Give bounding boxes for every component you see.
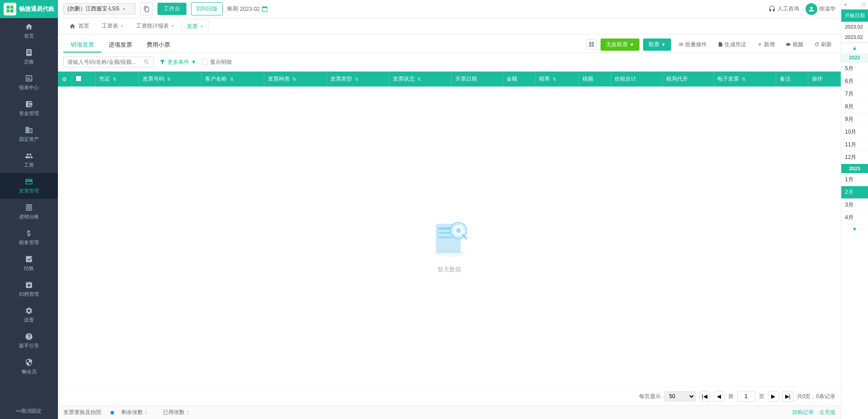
sidebar-item-fixed[interactable]: 固定资产: [0, 121, 58, 147]
sub-tab-purchase[interactable]: 进项发票: [101, 38, 139, 53]
month-2022-9[interactable]: 9月: [841, 113, 868, 126]
sort-invoice-no-icon[interactable]: ⇅: [167, 77, 171, 82]
sales-icon: [25, 203, 33, 212]
sidebar-item-salary[interactable]: 工资: [0, 147, 58, 173]
tab-home[interactable]: 首页: [63, 19, 95, 33]
go-purchase-link[interactable]: 去充值: [819, 409, 835, 416]
no-voucher-btn[interactable]: 无血取票 ▼: [601, 39, 639, 51]
show-detail-label[interactable]: 显示明细: [202, 58, 232, 66]
content-area: 销项发票 进项发票 费用小票 无血取票 ▼ 取票 ▼ 批量操作: [58, 34, 841, 419]
sidebar-label-salary: 工资: [24, 162, 34, 169]
month-2022-8[interactable]: 8月: [841, 101, 868, 113]
generate-voucher-btn[interactable]: 生成凭证: [714, 39, 750, 51]
sub-tab-expense[interactable]: 费用小票: [139, 38, 177, 53]
tab-salary-stats-close[interactable]: ×: [172, 24, 174, 29]
month-2022-7[interactable]: 7月: [841, 88, 868, 101]
sidebar-item-funds[interactable]: 资金管理: [0, 96, 58, 121]
video-btn[interactable]: 视频: [782, 39, 807, 51]
col-checkbox[interactable]: [72, 72, 95, 87]
tab-invoice[interactable]: 发票 ×: [181, 19, 209, 34]
refresh-icon: [814, 42, 820, 47]
month-2023-3[interactable]: 3月: [841, 199, 868, 212]
sort-status-icon[interactable]: ⇅: [417, 77, 421, 82]
page-input[interactable]: [737, 391, 755, 402]
tab-salary[interactable]: 工资表 ×: [96, 19, 129, 33]
company-selector[interactable]: (勿删）江西服宝-LSS: [63, 3, 136, 14]
sidebar-item-reports[interactable]: 报表中心: [0, 70, 58, 96]
sort-tax-rate-icon[interactable]: ⇅: [553, 77, 556, 82]
open-period-btn[interactable]: 开账日期: [841, 10, 868, 22]
period-info: 账期 2023-02: [227, 5, 268, 13]
grid-view-button[interactable]: [586, 39, 597, 50]
col-e-invoice: 电子发票 ⇅: [713, 72, 776, 87]
per-page-select[interactable]: 50 10 20 100: [664, 391, 696, 401]
sidebar-item-ledger[interactable]: 总账: [0, 44, 58, 70]
batch-op-btn[interactable]: 批量操作: [675, 39, 711, 51]
sidebar-item-settings[interactable]: 设置: [0, 302, 58, 328]
sidebar-collapse-btn[interactable]: <<取消固定: [0, 403, 58, 419]
tab-salary-stats[interactable]: 工资统计报表 ×: [130, 19, 180, 33]
sidebar-item-member[interactable]: 畅会员: [0, 354, 58, 380]
closing-icon: [25, 255, 33, 263]
last-page-btn[interactable]: ▶|: [782, 391, 793, 402]
month-2023-4[interactable]: 4月: [841, 212, 868, 224]
calendar-panel: × □ 开账日期 2023.02 2023.02 ▲ 2022 5月 6月 7月…: [841, 0, 868, 419]
col-open-date: 开票日期: [452, 72, 503, 87]
sort-e-invoice-icon[interactable]: ⇅: [742, 77, 745, 82]
tab-invoice-label: 发票: [187, 23, 198, 30]
add-record-link[interactable]: 加购记录: [792, 409, 814, 416]
sub-tab-sales[interactable]: 销项发票: [63, 38, 101, 53]
sidebar-item-invoice[interactable]: 发票管理: [0, 173, 58, 199]
copy-button[interactable]: [140, 3, 153, 15]
switch-version-button[interactable]: 切到旧版: [191, 2, 223, 15]
sidebar-item-archive[interactable]: 归档管理: [0, 276, 58, 302]
sidebar-item-home[interactable]: 首页: [0, 18, 58, 44]
next-page-btn[interactable]: ▶: [768, 391, 779, 402]
tab-invoice-close[interactable]: ×: [200, 24, 203, 29]
empty-icon: [427, 215, 472, 260]
sort-invoice-cat-icon[interactable]: ⇅: [355, 77, 358, 82]
sidebar-item-tax[interactable]: 税务管理: [0, 225, 58, 250]
month-2022-12[interactable]: 12月: [841, 151, 868, 164]
month-2022-11[interactable]: 11月: [841, 139, 868, 151]
sidebar-item-guide[interactable]: 新手引导: [0, 328, 58, 354]
col-invoice-status: 发票状态 ⇅: [389, 72, 451, 87]
month-2022-5[interactable]: 5月: [841, 63, 868, 75]
refresh-btn[interactable]: 刷新: [811, 39, 835, 51]
month-2023-2[interactable]: 2月: [841, 186, 868, 199]
calendar-up-arrow[interactable]: ▲: [841, 43, 868, 53]
svg-rect-8: [438, 236, 453, 238]
support-item[interactable]: 人工咨询: [768, 5, 799, 13]
sidebar-item-sales[interactable]: 进销台账: [0, 199, 58, 225]
book-icon: [25, 48, 33, 57]
month-2023-1[interactable]: 1月: [841, 173, 868, 186]
month-2022-10[interactable]: 10月: [841, 126, 868, 139]
voucher-btn[interactable]: 取票 ▼: [643, 39, 671, 51]
calendar-maximize-icon[interactable]: □: [862, 2, 865, 7]
more-conditions-btn[interactable]: 更多条件 ▼: [159, 58, 196, 66]
sort-invoice-type-icon[interactable]: ⇅: [292, 77, 296, 82]
calendar-down-arrow[interactable]: ▼: [841, 224, 868, 234]
sort-voucher-icon[interactable]: ⇅: [113, 77, 116, 82]
select-all-checkbox[interactable]: [76, 76, 81, 82]
prev-page-btn[interactable]: ◀: [714, 391, 725, 402]
top-header: (勿删）江西服宝-LSS 工作台 切到旧版 账期 2023-02 人工咨询 徐溢…: [58, 0, 841, 18]
sidebar-item-closing[interactable]: 结账: [0, 250, 58, 276]
user-name: 徐溢华: [819, 5, 835, 13]
svg-rect-1: [10, 6, 14, 9]
sort-customer-icon[interactable]: ⇅: [230, 77, 234, 82]
month-2022-6[interactable]: 6月: [841, 75, 868, 88]
top-date-items: 2023.02 2023.02: [841, 22, 868, 43]
tab-salary-close[interactable]: ×: [121, 24, 124, 29]
top-date-item-1[interactable]: 2023.02: [841, 22, 868, 32]
show-detail-checkbox[interactable]: [202, 59, 208, 65]
sidebar-label-ledger: 总账: [24, 58, 34, 65]
search-input[interactable]: [67, 59, 141, 65]
workspace-button[interactable]: 工作台: [157, 3, 186, 15]
col-settings[interactable]: ⚙: [58, 72, 72, 87]
page-label: 第: [728, 393, 734, 400]
first-page-btn[interactable]: |◀: [699, 391, 710, 402]
top-date-item-2[interactable]: 2023.02: [841, 32, 868, 43]
add-btn[interactable]: 新增: [754, 39, 778, 51]
user-item[interactable]: 徐溢华: [806, 3, 835, 15]
